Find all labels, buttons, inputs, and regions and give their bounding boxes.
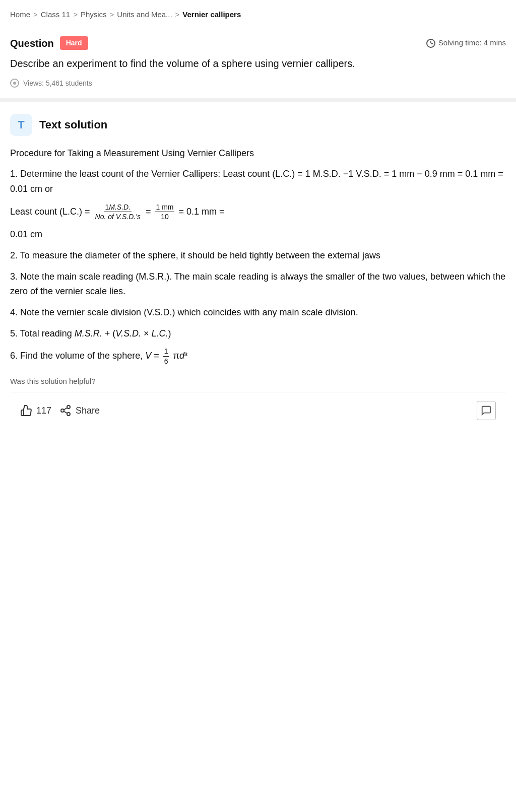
- breadcrumb-physics[interactable]: Physics: [81, 9, 107, 21]
- svg-point-2: [67, 413, 70, 416]
- breadcrumb-home[interactable]: Home: [10, 9, 30, 21]
- views-icon: [10, 79, 19, 88]
- breadcrumb-sep-3: >: [110, 9, 114, 21]
- procedure-heading: Procedure for Taking a Measurement Using…: [10, 146, 506, 161]
- solving-time-label: Solving time: 4 mins: [438, 37, 506, 49]
- question-label: Question: [10, 36, 54, 51]
- was-helpful-label: Was this solution helpful?: [10, 376, 506, 387]
- solution-header: T Text solution: [10, 114, 506, 136]
- svg-point-1: [61, 409, 64, 412]
- clock-icon: [426, 39, 435, 48]
- like-button[interactable]: 117: [20, 400, 59, 421]
- step-5: 5. Total reading M.S.R. + (V.S.D. × L.C.…: [10, 326, 506, 342]
- question-header: Question Hard Solving time: 4 mins: [10, 36, 506, 51]
- fraction-volume-den: 6: [163, 357, 169, 366]
- fraction-2: 1 mm 10: [155, 203, 174, 222]
- solution-title: Text solution: [39, 116, 107, 133]
- fraction-2-denominator: 10: [160, 212, 170, 221]
- step-1-result: 0.01 cm: [10, 227, 506, 242]
- breadcrumb-sep-1: >: [33, 9, 38, 21]
- views-label: Views: 5,461 students: [23, 78, 92, 89]
- svg-point-0: [67, 405, 70, 409]
- views-row: Views: 5,461 students: [10, 78, 506, 89]
- svg-line-4: [64, 408, 68, 410]
- fraction-volume: 1 6: [163, 347, 169, 366]
- fraction-numerator: 1M.S.D.: [104, 203, 132, 213]
- fraction-1: 1M.S.D. No. of V.S.D.'s: [94, 203, 142, 222]
- breadcrumb-class11[interactable]: Class 11: [41, 9, 70, 21]
- step-4: 4. Note the vernier scale division (V.S.…: [10, 305, 506, 320]
- chat-icon: [481, 405, 492, 416]
- step-1: 1. Determine the least count of the Vern…: [10, 167, 506, 196]
- solution-body: Procedure for Taking a Measurement Using…: [10, 146, 506, 366]
- thumbs-up-icon: [20, 404, 32, 417]
- breadcrumb-sep-2: >: [73, 9, 78, 21]
- solution-section: T Text solution Procedure for Taking a M…: [0, 102, 516, 437]
- share-label: Share: [76, 405, 100, 416]
- solving-time: Solving time: 4 mins: [426, 37, 506, 49]
- fraction-volume-num: 1: [163, 347, 169, 357]
- breadcrumb-units[interactable]: Units and Mea...: [117, 9, 172, 21]
- fraction-denominator: No. of V.S.D.'s: [94, 212, 142, 221]
- svg-line-3: [64, 412, 68, 414]
- views-icon-inner: [13, 82, 16, 85]
- text-solution-icon: T: [10, 114, 32, 136]
- fraction-2-numerator: 1 mm: [155, 203, 174, 213]
- step-2: 2. To measure the diameter of the sphere…: [10, 248, 506, 263]
- question-text: Describe an experiment to find the volum…: [10, 56, 506, 71]
- step-3: 3. Note the main scale reading (M.S.R.).…: [10, 269, 506, 299]
- step-1-formula: Least count (L.C.) = 1M.S.D. No. of V.S.…: [10, 203, 506, 222]
- breadcrumb-current: Vernier callipers: [182, 9, 241, 21]
- likes-count: 117: [36, 405, 51, 416]
- breadcrumb: Home > Class 11 > Physics > Units and Me…: [0, 0, 516, 26]
- share-button[interactable]: Share: [59, 400, 108, 421]
- breadcrumb-sep-4: >: [175, 9, 180, 21]
- action-bar: 117 Share: [10, 392, 506, 429]
- question-label-row: Question Hard: [10, 36, 88, 51]
- difficulty-badge: Hard: [60, 36, 88, 50]
- question-section: Question Hard Solving time: 4 mins Descr…: [0, 26, 516, 102]
- chat-button[interactable]: [477, 401, 496, 420]
- share-icon: [59, 404, 72, 417]
- step-6: 6. Find the volume of the sphere, V = 1 …: [10, 347, 506, 366]
